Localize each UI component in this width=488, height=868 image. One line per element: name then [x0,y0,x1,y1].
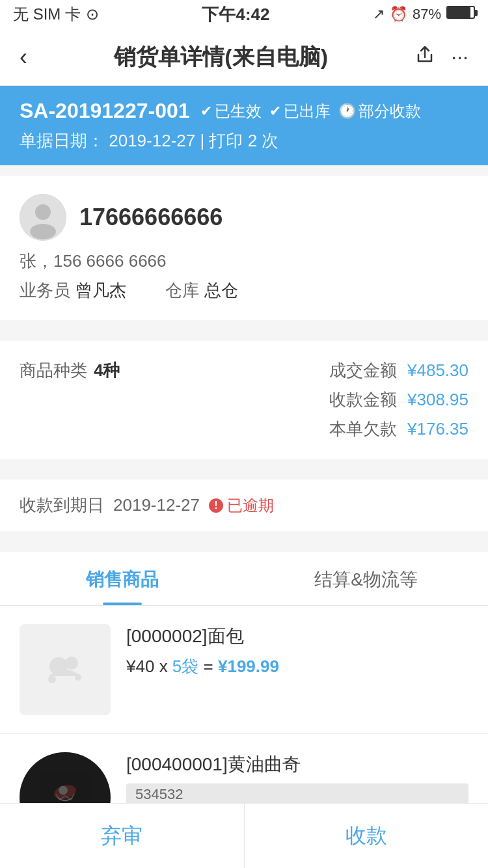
svg-point-1 [35,204,51,220]
svg-point-6 [75,674,81,681]
product-total-1: ¥199.99 [218,657,279,676]
carrier-text: 无 SIM 卡 [13,4,81,25]
customer-section: 17666666666 张，156 6666 6666 业务员 曾凡杰 仓库 总… [0,176,488,320]
salesperson-label: 业务员 [20,279,70,302]
alarm-icon: ⏰ [390,6,407,23]
bottom-bar: 弃审 收款 [0,803,488,868]
avatar [20,194,66,241]
battery-icon [446,6,475,23]
status-right: ↗ ⏰ 87% [373,6,475,23]
collect-button[interactable]: 收款 [245,804,489,868]
customer-name: 张，156 6666 6666 [20,250,468,273]
due-amount: ¥176.35 [407,419,468,439]
status-left: 无 SIM 卡 ⊙ [13,4,99,25]
tabs: 销售商品 结算&物流等 [0,552,488,606]
deal-amount: ¥485.30 [407,360,468,381]
svg-point-9 [59,786,68,795]
due-date-value: 2019-12-27 [113,495,200,515]
check-icon-1: ✔ [200,103,212,120]
order-banner: SA-20191227-001 ✔ 已生效 ✔ 已出库 🕐 部分收款 单据日期：… [0,86,488,165]
product-thumb-1 [20,624,111,715]
nav-actions: ··· [414,44,468,70]
product-info-1: [0000002]面包 ¥40 x 5袋 = ¥199.99 [126,624,468,715]
check-icon-2: ✔ [269,103,281,120]
warehouse-label: 仓库 [165,279,199,302]
tab-sales-products[interactable]: 销售商品 [0,552,244,605]
status-badge-2: ✔ 已出库 [269,101,331,122]
order-date: 单据日期： 2019-12-27 | 打印 2 次 [20,129,468,152]
svg-point-4 [65,657,78,670]
deal-amount-label: 成交金额 [329,359,397,382]
product-qty-1: 5袋 [172,657,198,676]
more-icon[interactable]: ··· [451,45,468,69]
order-id: SA-20191227-001 [20,99,190,123]
share-icon[interactable] [414,44,435,70]
status-bar: 无 SIM 卡 ⊙ 下午4:42 ↗ ⏰ 87% [0,0,488,29]
reject-button[interactable]: 弃审 [0,804,245,868]
tab-settlement[interactable]: 结算&物流等 [244,552,488,605]
product-price-1: ¥40 x 5袋 = ¥199.99 [126,655,468,678]
back-button[interactable]: ‹ [20,44,27,71]
nav-bar: ‹ 销货单详情(来自电脑) ··· [0,29,488,86]
customer-meta: 业务员 曾凡杰 仓库 总仓 [20,279,468,302]
svg-point-2 [30,224,56,239]
status-badge-1: ✔ 已生效 [200,101,262,122]
clock-icon: 🕐 [338,103,356,120]
product-name-1: [0000002]面包 [126,624,468,649]
received-amount: ¥308.95 [407,390,468,410]
overdue-text: 已逾期 [227,495,274,516]
product-item-1: [0000002]面包 ¥40 x 5袋 = ¥199.99 [0,606,488,734]
stats-section: 商品种类 4种 成交金额 ¥485.30 收款金额 ¥308.95 本单欠款 ¥… [0,341,488,459]
product-base-price-1: ¥40 [126,657,154,676]
product-sku-2: 534532 [126,783,468,806]
location-icon: ↗ [373,6,385,23]
warehouse-value: 总仓 [204,279,238,302]
wifi-icon: ⊙ [86,5,99,23]
divider-2 [0,459,488,469]
svg-point-5 [48,675,56,683]
battery-percent: 87% [413,6,441,23]
received-label: 收款金额 [329,388,397,411]
salesperson-value: 曾凡杰 [75,279,126,302]
due-date-label: 收款到期日 [20,494,104,517]
due-label: 本单欠款 [329,418,397,441]
status-time: 下午4:42 [202,3,269,26]
divider-1 [0,320,488,331]
customer-phone: 17666666666 [79,204,223,231]
page-title: 销货单详情(来自电脑) [114,42,328,72]
category-value: 4种 [94,359,120,382]
overdue-icon: ! [209,498,223,513]
category-label: 商品种类 [20,359,87,382]
status-badge-3: 🕐 部分收款 [338,101,421,122]
product-name-2: [000400001]黄油曲奇 [126,752,468,777]
divider-3 [0,531,488,541]
order-status-badges: ✔ 已生效 ✔ 已出库 🕐 部分收款 [200,101,421,122]
payment-due-section: 收款到期日 2019-12-27 ! 已逾期 [0,480,488,531]
overdue-badge: ! 已逾期 [209,495,274,516]
